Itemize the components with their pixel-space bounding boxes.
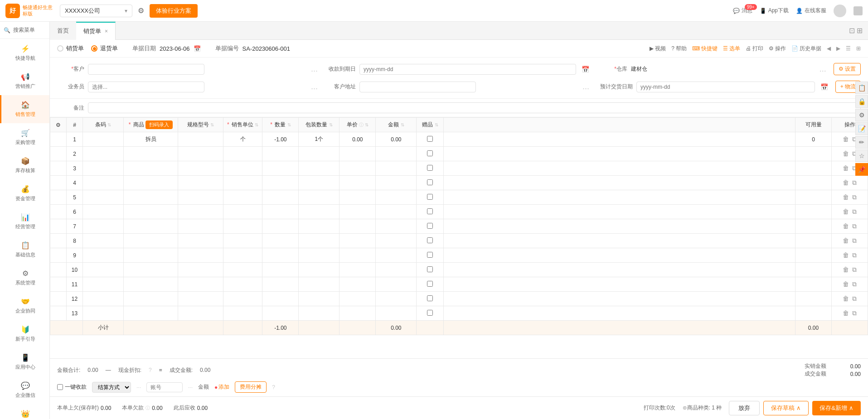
- expected-date-input[interactable]: [636, 82, 815, 92]
- sidebar-item-purchase[interactable]: 🛒 采购管理: [0, 123, 49, 151]
- float-tool-3[interactable]: ⚙: [855, 109, 868, 121]
- payment-due-input[interactable]: [359, 64, 576, 75]
- setting-button[interactable]: ⚙ 设置: [834, 63, 861, 75]
- print-btn[interactable]: 🖨 打印: [746, 45, 763, 53]
- discard-button[interactable]: 放弃: [729, 401, 760, 415]
- tab-close-icon[interactable]: ×: [105, 28, 108, 34]
- product-kinds[interactable]: ⊙商品种类: 1 种: [683, 404, 722, 412]
- copy-btn-10[interactable]: ⧉: [851, 279, 858, 289]
- calendar-expected-icon[interactable]: 📅: [820, 83, 828, 91]
- add-payment-button[interactable]: ● 添加: [214, 383, 229, 391]
- history-btn[interactable]: 📄 历史单据: [791, 45, 821, 53]
- cell-gift-12[interactable]: [417, 306, 444, 321]
- radio-sales-order[interactable]: 销货单: [57, 44, 84, 53]
- gift-checkbox-6[interactable]: [427, 223, 433, 229]
- gift-checkbox-2[interactable]: [427, 165, 433, 171]
- delete-btn-4[interactable]: 🗑: [842, 193, 850, 202]
- sidebar-item-marketing[interactable]: 📢 营销推广: [0, 67, 49, 95]
- app-download-button[interactable]: 📱 App下载: [760, 7, 789, 14]
- delete-btn-12[interactable]: 🗑: [842, 308, 850, 318]
- gift-checkbox-0[interactable]: [427, 136, 433, 142]
- gift-checkbox-7[interactable]: [427, 237, 433, 243]
- cell-gift-5[interactable]: [417, 205, 444, 219]
- gift-checkbox-9[interactable]: [427, 266, 433, 272]
- copy-btn-5[interactable]: ⧉: [851, 207, 858, 217]
- customer-dots[interactable]: ...: [210, 64, 318, 74]
- float-tool-1[interactable]: 📋: [855, 82, 868, 94]
- sidebar-item-members[interactable]: 👑 畅会员: [0, 404, 49, 419]
- operation-btn[interactable]: ⚙ 操作: [769, 45, 786, 53]
- grid-view-icon[interactable]: ⊞: [856, 45, 861, 52]
- float-tool-2[interactable]: 🔒: [855, 95, 868, 108]
- settlement-select[interactable]: 结算方式: [92, 382, 131, 393]
- cell-gift-4[interactable]: [417, 190, 444, 205]
- delete-btn-6[interactable]: 🗑: [842, 222, 850, 231]
- cell-barcode-9[interactable]: [83, 263, 124, 277]
- tab-bar-actions[interactable]: ⊡ ⊞: [849, 26, 868, 35]
- cell-barcode-1[interactable]: [83, 147, 124, 161]
- salesperson-dots[interactable]: ...: [210, 82, 318, 92]
- cell-gift-9[interactable]: [417, 263, 444, 277]
- sidebar-item-inventory[interactable]: 📦 库存核算: [0, 151, 49, 179]
- gift-checkbox-5[interactable]: [427, 208, 433, 214]
- cell-gift-3[interactable]: [417, 176, 444, 190]
- tab-home[interactable]: 首页: [50, 22, 76, 40]
- cell-barcode-8[interactable]: [83, 248, 124, 263]
- delete-btn-3[interactable]: 🗑: [842, 178, 850, 187]
- float-tool-6[interactable]: ☆: [855, 149, 868, 162]
- th-settings[interactable]: ⚙: [50, 118, 67, 132]
- sidebar-item-base-info[interactable]: 📋 基础信息: [0, 236, 49, 264]
- customer-input[interactable]: [88, 64, 204, 75]
- sidebar-search[interactable]: 🔍 搜索菜单: [0, 22, 49, 39]
- save-draft-button[interactable]: 保存草稿 ∧: [763, 401, 809, 415]
- cell-gift-0[interactable]: [417, 132, 444, 147]
- copy-btn-4[interactable]: ⧉: [851, 193, 858, 202]
- copy-btn-8[interactable]: ⧉: [851, 250, 858, 260]
- cell-barcode-2[interactable]: [83, 161, 124, 176]
- cell-barcode-11[interactable]: [83, 292, 124, 306]
- delete-btn-0[interactable]: 🗑: [842, 135, 850, 144]
- cell-gift-1[interactable]: [417, 147, 444, 161]
- addr-dots[interactable]: ...: [481, 82, 590, 92]
- radio-return-order[interactable]: 退货单: [91, 44, 118, 53]
- sidebar-item-operations[interactable]: 📊 经营管理: [0, 207, 49, 236]
- warehouse-dots[interactable]: ...: [730, 64, 826, 74]
- cell-gift-10[interactable]: [417, 277, 444, 292]
- cell-barcode-5[interactable]: [83, 205, 124, 219]
- gift-checkbox-8[interactable]: [427, 252, 433, 258]
- online-service-button[interactable]: 👤 在线客服: [796, 7, 826, 14]
- select-btn[interactable]: ☰ 选单: [723, 45, 740, 53]
- company-selector[interactable]: XXXXXX公司 ▾: [60, 5, 132, 17]
- video-btn[interactable]: ▶ 视频: [650, 45, 666, 53]
- float-tool-5[interactable]: ✏: [855, 136, 868, 149]
- notes-input[interactable]: [88, 102, 861, 113]
- cell-barcode-7[interactable]: [83, 234, 124, 248]
- fee-split-button[interactable]: 费用分摊: [235, 381, 267, 393]
- sidebar-item-wechat[interactable]: 💬 企业微信: [0, 376, 49, 404]
- delete-btn-9[interactable]: 🗑: [842, 265, 850, 274]
- nav-right-icon[interactable]: ▶: [836, 45, 840, 52]
- sidebar-item-app-center[interactable]: 📱 应用中心: [0, 348, 49, 376]
- delete-btn-5[interactable]: 🗑: [842, 207, 850, 216]
- cell-barcode-0[interactable]: [83, 132, 124, 147]
- copy-btn-9[interactable]: ⧉: [851, 265, 858, 275]
- shortcut-btn[interactable]: ⌨ 快捷键: [692, 45, 718, 53]
- cell-gift-7[interactable]: [417, 234, 444, 248]
- cell-gift-2[interactable]: [417, 161, 444, 176]
- cell-barcode-12[interactable]: [83, 306, 124, 321]
- gift-checkbox-3[interactable]: [427, 179, 433, 185]
- account-input[interactable]: [146, 382, 183, 392]
- salesperson-input[interactable]: [88, 82, 204, 92]
- message-button[interactable]: 💬 消息 99+: [733, 7, 752, 14]
- avatar[interactable]: [834, 5, 846, 17]
- tab-sales-order[interactable]: 销货单 ×: [76, 22, 116, 40]
- gift-checkbox-10[interactable]: [427, 281, 433, 287]
- trial-button[interactable]: 体验行业方案: [150, 4, 198, 18]
- gift-checkbox-1[interactable]: [427, 150, 433, 156]
- copy-btn-11[interactable]: ⧉: [851, 294, 858, 303]
- calendar-icon[interactable]: 📅: [194, 45, 201, 52]
- float-tool-7[interactable]: 📌: [855, 163, 868, 176]
- sidebar-item-guide[interactable]: 🔰 新手引导: [0, 320, 49, 348]
- copy-btn-6[interactable]: ⧉: [851, 222, 858, 231]
- copy-btn-3[interactable]: ⧉: [851, 178, 858, 188]
